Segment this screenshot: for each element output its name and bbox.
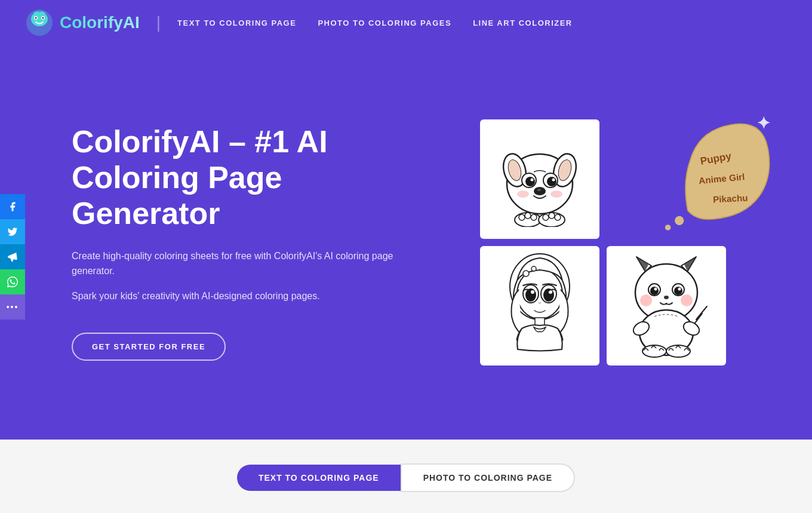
nav-link-line-art[interactable]: LINE ART COLORIZER xyxy=(473,19,573,27)
whatsapp-button[interactable] xyxy=(0,269,25,294)
svg-point-34 xyxy=(543,214,549,220)
hero-title: ColorifyAI – #1 AI Coloring Page Generat… xyxy=(72,124,394,231)
sparkle-icon: ✦ xyxy=(756,113,770,133)
playground-title: AI Coloring Page Generator Playground xyxy=(169,510,642,513)
svg-point-36 xyxy=(555,214,561,220)
svg-point-55 xyxy=(650,287,659,295)
svg-point-31 xyxy=(519,214,525,220)
logo-link[interactable]: ColorifyAI xyxy=(24,7,140,38)
get-started-button[interactable]: GET STARTED FOR FREE xyxy=(72,333,226,361)
svg-point-46 xyxy=(531,266,536,271)
svg-point-45 xyxy=(523,271,529,277)
anime-drawing xyxy=(489,251,590,361)
svg-point-9 xyxy=(665,225,671,231)
svg-point-21 xyxy=(525,177,535,186)
more-button[interactable]: ••• xyxy=(0,294,25,320)
svg-point-25 xyxy=(534,187,546,195)
navbar: ColorifyAI | TEXT TO COLORING PAGE PHOTO… xyxy=(0,0,812,45)
hero-images: Puppy Anime Girl Pikachu ✦ xyxy=(442,119,764,365)
hero-description: Create high-quality coloring sheets for … xyxy=(72,248,394,279)
tab-photo-to-coloring[interactable]: PHOTO TO COLORING PAGE xyxy=(401,463,575,492)
puppy-drawing xyxy=(492,131,588,227)
twitter-button[interactable] xyxy=(0,219,25,244)
tab-row: TEXT TO COLORING PAGE PHOTO TO COLORING … xyxy=(237,463,575,492)
logo-icon xyxy=(24,7,55,38)
hero-section: ColorifyAI – #1 AI Coloring Page Generat… xyxy=(0,45,812,440)
nav-links: TEXT TO COLORING PAGE PHOTO TO COLORING … xyxy=(177,19,573,27)
svg-point-58 xyxy=(678,287,681,290)
svg-point-66 xyxy=(666,345,690,357)
svg-point-4 xyxy=(35,17,37,19)
svg-point-23 xyxy=(531,179,534,182)
puppy-image-box xyxy=(480,119,599,239)
pikachu-image-box xyxy=(607,246,726,365)
facebook-button[interactable] xyxy=(0,194,25,219)
nav-divider: | xyxy=(156,13,161,32)
nav-link-photo-to-coloring[interactable]: PHOTO TO COLORING PAGES xyxy=(318,19,451,27)
svg-point-33 xyxy=(531,214,537,220)
svg-point-65 xyxy=(642,345,666,357)
svg-point-59 xyxy=(640,294,652,306)
svg-point-24 xyxy=(552,179,555,182)
svg-rect-8 xyxy=(38,11,41,13)
svg-point-57 xyxy=(654,287,657,290)
svg-point-61 xyxy=(664,296,669,299)
svg-point-35 xyxy=(549,213,555,219)
tab-text-to-coloring[interactable]: TEXT TO COLORING PAGE xyxy=(237,465,401,491)
nav-link-text-to-coloring[interactable]: TEXT TO COLORING PAGE xyxy=(177,19,296,27)
svg-point-28 xyxy=(550,191,562,198)
hero-content: ColorifyAI – #1 AI Coloring Page Generat… xyxy=(72,124,394,360)
bottom-section: TEXT TO COLORING PAGE PHOTO TO COLORING … xyxy=(0,440,812,513)
pikachu-drawing xyxy=(619,254,714,358)
svg-point-26 xyxy=(537,189,541,191)
svg-point-27 xyxy=(517,191,529,198)
svg-text:Pikachu: Pikachu xyxy=(713,192,748,204)
hero-sub: Spark your kids' creativity with AI-desi… xyxy=(72,288,394,304)
anime-image-box xyxy=(480,246,599,365)
svg-point-5 xyxy=(42,17,44,19)
svg-point-22 xyxy=(547,177,556,186)
svg-point-10 xyxy=(675,216,684,225)
svg-point-32 xyxy=(525,213,531,219)
thought-bubble: Puppy Anime Girl Pikachu ✦ xyxy=(651,113,776,239)
social-sidebar: ••• xyxy=(0,194,25,320)
logo-text: ColorifyAI xyxy=(60,13,140,32)
svg-point-60 xyxy=(681,294,693,306)
svg-point-56 xyxy=(674,287,682,295)
telegram-button[interactable] xyxy=(0,244,25,269)
svg-point-43 xyxy=(531,290,534,294)
